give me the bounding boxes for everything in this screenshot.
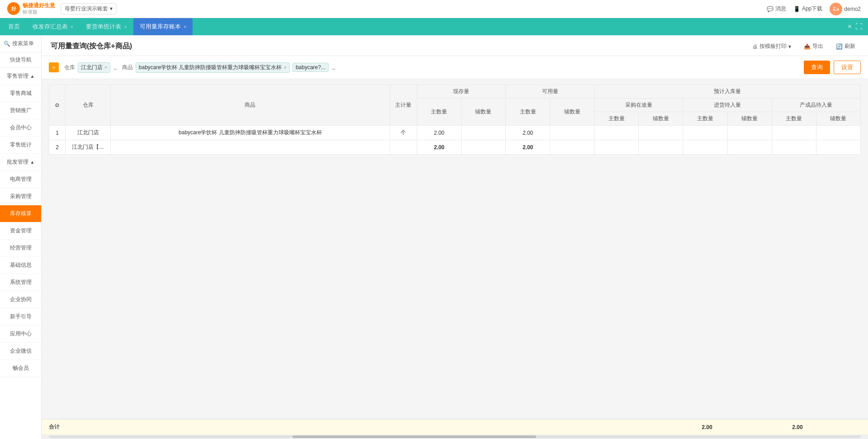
col-purchase-transit: 采购在途量 xyxy=(594,99,683,112)
chevron-down-icon: ▾ xyxy=(788,43,791,50)
sidebar-item-basic-label: 基础信息 xyxy=(10,261,32,269)
tab-receive-close[interactable]: × xyxy=(71,24,73,29)
sidebar-item-app-center[interactable]: 应用中心 xyxy=(0,326,41,343)
row-2-pp-aux xyxy=(816,140,860,155)
logo-sub: 标准版 xyxy=(23,9,55,15)
setting-btn[interactable]: 设置 xyxy=(834,61,861,74)
tab-available-stock[interactable]: 可用量库存账本 × xyxy=(133,18,193,35)
main-layout: 🔍 搜索菜单 快捷导航 零售管理 ▲ 零售商城 营销推广 会员中心 零售统计 批… xyxy=(0,35,868,439)
row-2-warehouse: 江北门店【... xyxy=(66,140,111,155)
sidebar-search[interactable]: 🔍 搜索菜单 xyxy=(0,35,41,52)
warehouse-filter-group: 仓库 江北门店 × ... xyxy=(64,62,117,73)
col-inbound-pending: 进货待入量 xyxy=(683,99,772,112)
template-print-btn[interactable]: 🖨 按模板打印 ▾ xyxy=(749,41,795,52)
sidebar-item-enterprise-collab[interactable]: 企业协同 xyxy=(0,291,41,308)
scrollbar-area[interactable] xyxy=(42,434,868,439)
app-download-btn[interactable]: 📱 App下载 xyxy=(793,5,822,13)
sidebar-item-ecommerce[interactable]: 电商管理 xyxy=(0,171,41,188)
tab-receive-label: 收发存汇总表 xyxy=(33,23,68,31)
page-title: 可用量查询(按仓库+商品) xyxy=(51,42,132,51)
warehouse-filter-label: 仓库 xyxy=(64,64,75,71)
sidebar-item-retail-mgmt-label: 零售管理 xyxy=(7,72,28,80)
message-btn[interactable]: 💬 消息 xyxy=(767,5,786,13)
row-2-pt-aux xyxy=(639,140,683,155)
tab-home[interactable]: 首页 xyxy=(2,18,26,35)
col-unit: 主计量 xyxy=(390,85,417,126)
warehouse-tag[interactable]: 江北门店 × xyxy=(78,62,110,73)
sidebar-item-retail-mall[interactable]: 零售商城 xyxy=(0,85,41,102)
tab-order-close[interactable]: × xyxy=(124,24,127,29)
sidebar-item-newbie[interactable]: 新手引导 xyxy=(0,308,41,326)
row-2-current-main: 2.00 xyxy=(417,140,461,155)
row-2-pt-main xyxy=(594,140,639,155)
filter-actions: 查询 设置 xyxy=(804,61,861,74)
top-bar-right: 💬 消息 📱 App下载 Ea demo2 xyxy=(767,3,861,15)
scrollbar-track[interactable] xyxy=(49,435,861,438)
close-all-tabs-btn[interactable]: × xyxy=(848,23,852,31)
sidebar-item-inventory-label: 库存核算 xyxy=(10,210,32,217)
avatar: Ea xyxy=(830,3,842,15)
sidebar-item-member-label: 会员中心 xyxy=(10,124,32,132)
sidebar-item-ecommerce-label: 电商管理 xyxy=(10,175,32,183)
product-filter-more[interactable]: ... xyxy=(331,63,335,71)
query-btn[interactable]: 查询 xyxy=(804,61,830,74)
product-tag-2[interactable]: babycare?... xyxy=(292,63,329,72)
top-bar: 好 畅捷通好生意 标准版 母婴行业演示账套 ▾ 💬 消息 📱 App下载 Ea … xyxy=(0,0,868,18)
col-inbound-pending-aux: 辅数量 xyxy=(727,112,772,126)
export-icon: 📤 xyxy=(804,43,811,50)
sidebar-item-system[interactable]: 系统管理 xyxy=(0,274,41,291)
warehouse-filter-more[interactable]: ... xyxy=(113,63,116,71)
sidebar-item-operation[interactable]: 经营管理 xyxy=(0,240,41,257)
col-product-pending-aux: 辅数量 xyxy=(816,112,860,126)
row-1-product: babycare学饮杯 儿童防摔防撞吸管杯重力球吸嘴杯宝宝水杯 xyxy=(111,126,390,140)
search-icon: 🔍 xyxy=(4,41,10,47)
product-tag-1[interactable]: babycare学饮杯 儿童防摔防撞吸管杯重力球吸嘴杯宝宝水杯 × xyxy=(136,62,290,73)
sidebar-item-retail-mall-label: 零售商城 xyxy=(10,90,32,97)
sidebar-item-wechat[interactable]: 企业微信 xyxy=(0,343,41,360)
app-download-label: App下载 xyxy=(802,5,822,13)
sidebar-item-purchase[interactable]: 采购管理 xyxy=(0,188,41,205)
sidebar-item-member-plus[interactable]: 畅会员 xyxy=(0,360,41,377)
expand-icon: ▲ xyxy=(30,160,35,165)
sidebar-item-marketing[interactable]: 营销推广 xyxy=(0,102,41,119)
product-tag-2-text: babycare?... xyxy=(296,64,326,71)
sidebar-item-retail-mgmt[interactable]: 零售管理 ▲ xyxy=(0,68,41,85)
sidebar-quick-nav[interactable]: 快捷导航 xyxy=(0,52,41,68)
sidebar-item-wholesale[interactable]: 批发管理 ▲ xyxy=(0,154,41,171)
tab-available-close[interactable]: × xyxy=(184,24,186,29)
sidebar-item-basic[interactable]: 基础信息 xyxy=(0,257,41,274)
scrollbar-thumb[interactable] xyxy=(292,435,536,438)
sidebar-item-finance[interactable]: 资金管理 xyxy=(0,222,41,240)
col-inbound-pending-main: 主数量 xyxy=(683,112,727,126)
sidebar-item-inventory[interactable]: 库存核算 xyxy=(0,205,41,222)
tab-order-stats[interactable]: 要货单统计表 × xyxy=(80,18,133,35)
sidebar-search-label: 搜索菜单 xyxy=(12,40,34,47)
tab-receive-summary[interactable]: 收发存汇总表 × xyxy=(26,18,80,35)
col-current-stock: 现存量 xyxy=(417,85,505,99)
col-available: 可用量 xyxy=(506,85,594,99)
refresh-btn[interactable]: 🔄 刷新 xyxy=(832,41,859,52)
sidebar-item-member-plus-label: 畅会员 xyxy=(13,364,29,372)
content-area: 可用量查询(按仓库+商品) 🖨 按模板打印 ▾ 📤 导出 🔄 刷新 » xyxy=(42,35,868,439)
row-2-available-main: 2.00 xyxy=(506,140,550,155)
refresh-icon: 🔄 xyxy=(836,43,843,50)
filter-area: » 仓库 江北门店 × ... 商品 babycare学饮杯 儿童防摔防撞吸管杯… xyxy=(42,56,868,79)
sidebar-item-newbie-label: 新手引导 xyxy=(10,313,32,321)
export-btn[interactable]: 📤 导出 xyxy=(800,41,827,52)
sidebar-item-wechat-label: 企业微信 xyxy=(10,347,32,355)
table-row: 1 江北门店 babycare学饮杯 儿童防摔防撞吸管杯重力球吸嘴杯宝宝水杯 个… xyxy=(49,126,861,140)
warehouse-tag-remove[interactable]: × xyxy=(104,65,107,70)
expand-icon[interactable]: ⛶ xyxy=(855,23,863,31)
industry-selector[interactable]: 母婴行业演示账套 ▾ xyxy=(61,3,117,14)
sidebar-item-retail-stats[interactable]: 零售统计 xyxy=(0,137,41,154)
sidebar-item-system-label: 系统管理 xyxy=(10,279,32,286)
sidebar-item-member[interactable]: 会员中心 xyxy=(0,119,41,137)
sidebar-item-finance-label: 资金管理 xyxy=(10,227,32,235)
user-area[interactable]: Ea demo2 xyxy=(830,3,861,15)
col-forecast-inbound: 预计入库量 xyxy=(594,85,861,99)
filter-toggle-btn[interactable]: » xyxy=(49,62,59,72)
product-tag-1-remove[interactable]: × xyxy=(283,65,286,70)
footer-current-main: 2.00 xyxy=(680,424,734,430)
col-warehouse: 仓库 xyxy=(66,85,111,126)
top-bar-left: 好 畅捷通好生意 标准版 母婴行业演示账套 ▾ xyxy=(7,2,117,15)
